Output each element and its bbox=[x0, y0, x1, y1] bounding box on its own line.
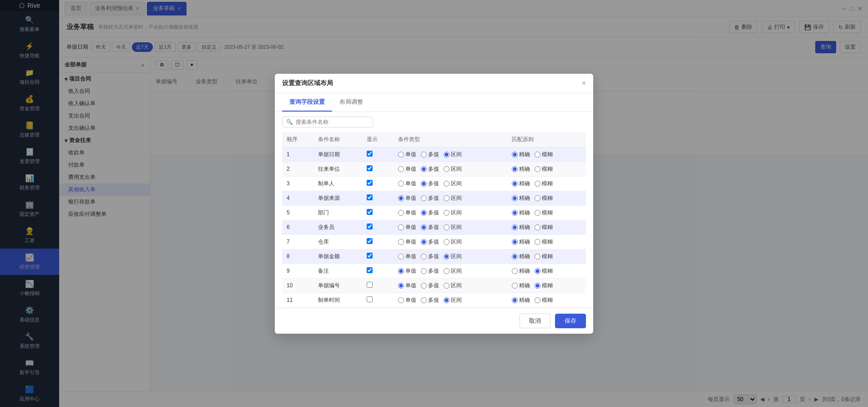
match-radio-11-exact[interactable] bbox=[512, 297, 518, 303]
show-checkbox-6[interactable] bbox=[367, 224, 373, 229]
type-radio-4-multi[interactable] bbox=[421, 195, 427, 201]
type-radio-2-multi[interactable] bbox=[421, 166, 427, 172]
type-radio-1-range[interactable] bbox=[444, 152, 449, 158]
table-row: 7仓库单值多值区间精确模糊 bbox=[282, 234, 586, 249]
type-radio-4-single[interactable] bbox=[398, 195, 404, 201]
type-radio-9-multi[interactable] bbox=[421, 268, 427, 274]
table-row: 5部门单值多值区间精确模糊 bbox=[282, 205, 586, 220]
match-radio-3-exact[interactable] bbox=[512, 181, 518, 187]
cancel-button[interactable]: 取消 bbox=[520, 314, 550, 328]
type-radio-11-range[interactable] bbox=[444, 297, 449, 303]
type-radio-6-single[interactable] bbox=[398, 224, 404, 230]
type-radio-9-single[interactable] bbox=[398, 268, 404, 274]
type-radio-6-multi[interactable] bbox=[421, 224, 427, 230]
type-radio-4-range[interactable] bbox=[444, 195, 449, 201]
match-radio-3-fuzzy[interactable] bbox=[535, 181, 540, 187]
match-radio-8-exact[interactable] bbox=[512, 254, 518, 259]
type-radio-10-single[interactable] bbox=[398, 283, 404, 289]
modal-title: 设置查询区域布局 bbox=[282, 79, 333, 87]
match-radio-6-exact[interactable] bbox=[512, 224, 518, 230]
search-box: 🔍 bbox=[282, 117, 373, 127]
type-radio-9-range[interactable] bbox=[444, 268, 449, 274]
th-显示: 显示 bbox=[362, 132, 394, 148]
match-radio-7-exact[interactable] bbox=[512, 239, 518, 245]
type-radio-2-single[interactable] bbox=[398, 166, 404, 172]
match-radio-1-fuzzy[interactable] bbox=[535, 152, 540, 158]
th-顺序: 顺序 bbox=[282, 132, 313, 148]
type-radio-11-multi[interactable] bbox=[421, 297, 427, 303]
show-checkbox-2[interactable] bbox=[367, 165, 373, 171]
match-radio-5-fuzzy[interactable] bbox=[535, 210, 540, 216]
show-checkbox-8[interactable] bbox=[367, 253, 373, 259]
th-条件类型: 条件类型 bbox=[394, 132, 508, 148]
modal-tabs: 查询字段设置布局调整 bbox=[275, 93, 593, 112]
table-row: 4单据来源单值多值区间精确模糊 bbox=[282, 191, 586, 205]
match-radio-2-exact[interactable] bbox=[512, 166, 518, 172]
modal-tab-query-fields[interactable]: 查询字段设置 bbox=[282, 93, 332, 112]
type-radio-7-multi[interactable] bbox=[421, 239, 427, 245]
type-radio-6-range[interactable] bbox=[444, 224, 449, 230]
match-radio-11-fuzzy[interactable] bbox=[535, 297, 540, 303]
th-条件名称: 条件名称 bbox=[313, 132, 362, 148]
modal-table: 顺序条件名称显示条件类型匹配原则 1单据日期单值多值区间精确模糊2往来单位单值多… bbox=[282, 132, 586, 308]
table-row: 1单据日期单值多值区间精确模糊 bbox=[282, 147, 586, 162]
modal-close-button[interactable]: × bbox=[582, 79, 586, 87]
table-row: 8单据金额单值多值区间精确模糊 bbox=[282, 249, 586, 264]
modal-footer: 取消 保存 bbox=[275, 308, 593, 334]
show-checkbox-11[interactable] bbox=[367, 296, 373, 302]
type-radio-7-single[interactable] bbox=[398, 239, 404, 245]
type-radio-3-multi[interactable] bbox=[421, 181, 427, 187]
th-匹配原则: 匹配原则 bbox=[507, 132, 586, 148]
type-radio-3-single[interactable] bbox=[398, 181, 404, 187]
match-radio-1-exact[interactable] bbox=[512, 152, 518, 158]
modal-body: 查询字段设置布局调整 🔍 顺序条件名称显示条件类型匹配原则 1单据日期单值多值区… bbox=[275, 93, 593, 308]
search-icon: 🔍 bbox=[286, 119, 293, 125]
type-radio-5-single[interactable] bbox=[398, 210, 404, 216]
modal-tab-layout[interactable]: 布局调整 bbox=[332, 93, 370, 112]
match-radio-9-fuzzy[interactable] bbox=[535, 268, 540, 274]
table-row: 10单据编号单值多值区间精确模糊 bbox=[282, 278, 586, 293]
table-row: 3制单人单值多值区间精确模糊 bbox=[282, 176, 586, 191]
type-radio-10-range[interactable] bbox=[444, 283, 449, 289]
modal-table-container: 顺序条件名称显示条件类型匹配原则 1单据日期单值多值区间精确模糊2往来单位单值多… bbox=[275, 132, 593, 308]
match-radio-7-fuzzy[interactable] bbox=[535, 239, 540, 245]
show-checkbox-10[interactable] bbox=[367, 282, 373, 288]
match-radio-2-fuzzy[interactable] bbox=[535, 166, 540, 172]
type-radio-2-range[interactable] bbox=[444, 166, 449, 172]
match-radio-10-fuzzy[interactable] bbox=[535, 283, 540, 289]
save-modal-button[interactable]: 保存 bbox=[555, 314, 586, 328]
show-checkbox-3[interactable] bbox=[367, 180, 373, 186]
match-radio-8-fuzzy[interactable] bbox=[535, 254, 540, 259]
table-row: 11制单时间单值多值区间精确模糊 bbox=[282, 293, 586, 307]
type-radio-1-multi[interactable] bbox=[421, 152, 427, 158]
type-radio-5-multi[interactable] bbox=[421, 210, 427, 216]
show-checkbox-9[interactable] bbox=[367, 267, 373, 273]
match-radio-9-exact[interactable] bbox=[512, 268, 518, 274]
type-radio-11-single[interactable] bbox=[398, 297, 404, 303]
type-radio-7-range[interactable] bbox=[444, 239, 449, 245]
type-radio-8-single[interactable] bbox=[398, 254, 404, 259]
modal-header: 设置查询区域布局 × bbox=[275, 74, 593, 93]
type-radio-3-range[interactable] bbox=[444, 181, 449, 187]
type-radio-8-range[interactable] bbox=[444, 254, 449, 259]
type-radio-8-multi[interactable] bbox=[421, 254, 427, 259]
table-row: 6业务员单值多值区间精确模糊 bbox=[282, 220, 586, 234]
match-radio-10-exact[interactable] bbox=[512, 283, 518, 289]
type-radio-5-range[interactable] bbox=[444, 210, 449, 216]
type-radio-1-single[interactable] bbox=[398, 152, 404, 158]
show-checkbox-1[interactable] bbox=[367, 151, 373, 157]
table-row: 2往来单位单值多值区间精确模糊 bbox=[282, 162, 586, 176]
show-checkbox-4[interactable] bbox=[367, 194, 373, 200]
search-input[interactable] bbox=[296, 119, 369, 125]
match-radio-6-fuzzy[interactable] bbox=[535, 224, 540, 230]
modal-dialog: 设置查询区域布局 × 查询字段设置布局调整 🔍 顺序条件名称显示条件类型匹配原则… bbox=[275, 74, 593, 334]
table-row: 9备注单值多值区间精确模糊 bbox=[282, 264, 586, 278]
match-radio-5-exact[interactable] bbox=[512, 210, 518, 216]
match-radio-4-fuzzy[interactable] bbox=[535, 195, 540, 201]
modal-overlay[interactable]: 设置查询区域布局 × 查询字段设置布局调整 🔍 顺序条件名称显示条件类型匹配原则… bbox=[0, 0, 868, 407]
modal-search: 🔍 bbox=[275, 112, 593, 132]
show-checkbox-5[interactable] bbox=[367, 209, 373, 215]
match-radio-4-exact[interactable] bbox=[512, 195, 518, 201]
type-radio-10-multi[interactable] bbox=[421, 283, 427, 289]
show-checkbox-7[interactable] bbox=[367, 238, 373, 244]
